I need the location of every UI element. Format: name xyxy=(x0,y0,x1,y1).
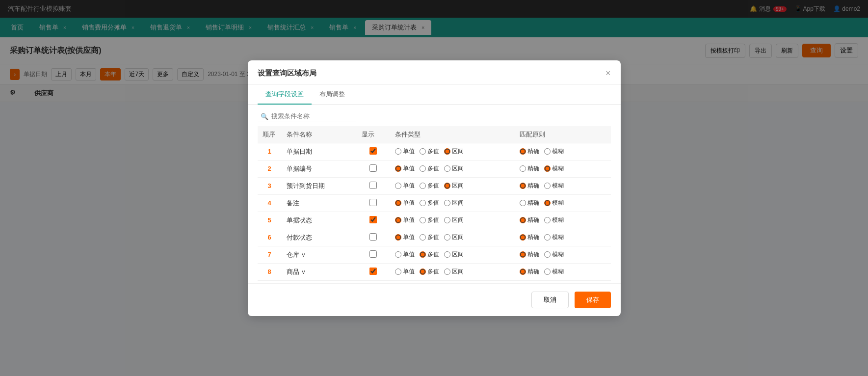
modal-header: 设置查询区域布局 × xyxy=(248,60,621,85)
modal-overlay: 设置查询区域布局 × 查询字段设置 布局调整 🔍 顺序 条件名称 显示 xyxy=(0,0,868,102)
tab-query-fields[interactable]: 查询字段设置 xyxy=(258,85,312,103)
tab-layout-adjust[interactable]: 布局调整 xyxy=(312,85,353,103)
modal-tabs: 查询字段设置 布局调整 xyxy=(248,85,621,103)
modal-title: 设置查询区域布局 xyxy=(258,69,316,78)
modal-close-button[interactable]: × xyxy=(605,68,611,79)
settings-modal: 设置查询区域布局 × 查询字段设置 布局调整 🔍 顺序 条件名称 显示 xyxy=(248,60,621,103)
